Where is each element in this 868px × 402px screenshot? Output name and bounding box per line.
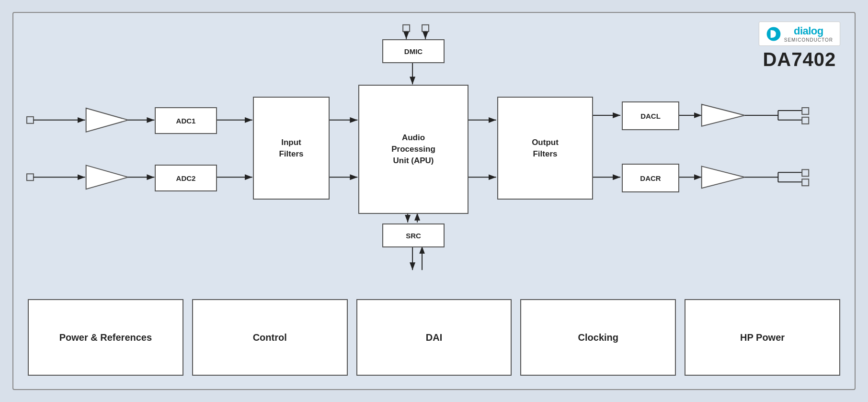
logo-box: dialog SEMICONDUCTOR [759,22,840,46]
power-references-block: Power & References [28,299,183,376]
svg-marker-10 [86,165,128,189]
adc2-block: ADC2 [155,165,217,191]
output-filters-block: OutputFilters [497,97,593,200]
control-block: Control [192,299,348,376]
dialog-logo-icon [766,26,781,42]
svg-rect-34 [802,117,809,124]
svg-marker-8 [86,108,128,132]
svg-rect-6 [27,174,34,180]
logo-text: dialog [794,25,823,37]
dacr-block: DACR [622,164,679,192]
adc1-block: ADC1 [155,107,217,134]
dai-block: DAI [356,299,512,376]
dacl-block: DACL [622,101,679,130]
svg-marker-27 [702,104,745,126]
hp-power-block: HP Power [685,299,840,376]
svg-marker-28 [702,166,745,188]
svg-rect-39 [802,169,809,176]
svg-rect-4 [27,117,34,123]
chip-name: DA7402 [759,49,840,70]
svg-rect-17 [422,25,429,32]
logo-area: dialog SEMICONDUCTOR DA7402 [759,22,840,70]
svg-rect-16 [403,25,410,32]
svg-rect-40 [802,179,809,186]
bottom-blocks: Power & References Control DAI Clocking … [28,299,840,376]
input-filters-block: InputFilters [253,97,330,200]
svg-rect-1 [770,30,771,38]
apu-block: AudioProcessingUnit (APU) [358,85,468,214]
dmic-block: DMIC [382,39,445,63]
clocking-block: Clocking [520,299,676,376]
logo-sub: SEMICONDUCTOR [784,37,833,43]
svg-rect-33 [802,108,809,114]
src-block: SRC [382,223,445,247]
main-diagram: dialog SEMICONDUCTOR DA7402 [12,12,856,390]
